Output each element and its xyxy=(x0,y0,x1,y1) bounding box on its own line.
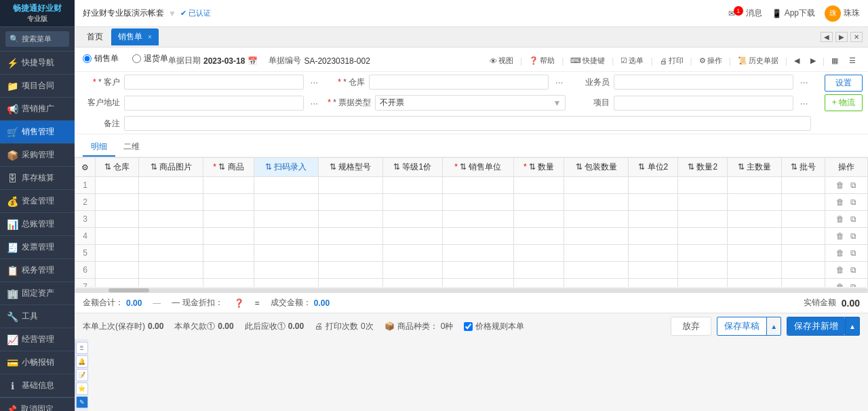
cell-quantity[interactable] xyxy=(513,177,564,194)
cell-warehouse[interactable] xyxy=(96,177,139,194)
row-delete-btn[interactable]: 🗑 xyxy=(834,231,846,241)
right-panel-icon-3[interactable]: 📝 xyxy=(76,369,88,381)
sidebar-item-marketing[interactable]: 📢 营销推广 xyxy=(0,98,75,121)
cell-unit2[interactable] xyxy=(629,245,678,262)
row-copy-btn[interactable]: ⧉ xyxy=(848,180,859,191)
salesman-input[interactable]: 选择... xyxy=(614,75,793,90)
cell-sales-unit[interactable] xyxy=(442,194,513,211)
cell-pack-qty[interactable] xyxy=(564,245,629,262)
calendar-icon[interactable]: 📅 xyxy=(248,56,258,66)
cell-barcode[interactable] xyxy=(254,228,318,245)
cell-unit2[interactable] xyxy=(629,279,678,288)
cell-pack-qty[interactable] xyxy=(564,228,629,245)
cell-product-img[interactable] xyxy=(139,279,203,288)
grid-view-btn[interactable]: ▦ xyxy=(827,55,842,66)
flow-button[interactable]: + 物流 xyxy=(825,94,863,111)
tab-prev-button[interactable]: ◀ xyxy=(821,32,833,42)
cell-spec[interactable] xyxy=(318,194,382,211)
cell-quantity[interactable] xyxy=(513,245,564,262)
address-input[interactable] xyxy=(124,96,304,111)
user-profile[interactable]: 珠 珠珠 xyxy=(825,5,860,22)
cell-qty2[interactable] xyxy=(678,245,728,262)
cell-quantity[interactable] xyxy=(513,194,564,211)
table-row[interactable]: 2 🗑 ⧉ xyxy=(75,194,868,211)
select-order-btn[interactable]: ☑ 选单 xyxy=(616,54,648,67)
cell-batch[interactable] xyxy=(781,194,825,211)
prev-doc-btn[interactable]: ◀ xyxy=(790,55,804,66)
save-draft-dropdown[interactable]: ▲ xyxy=(766,317,781,335)
cell-quantity[interactable] xyxy=(513,279,564,288)
cell-price1[interactable] xyxy=(382,245,442,262)
cell-spec[interactable] xyxy=(318,245,382,262)
cell-warehouse[interactable] xyxy=(96,228,139,245)
cell-product[interactable] xyxy=(203,245,254,262)
cell-main-qty[interactable] xyxy=(727,177,781,194)
save-draft-button[interactable]: 保存草稿 xyxy=(717,317,766,335)
next-doc-btn[interactable]: ▶ xyxy=(806,55,820,66)
history-btn[interactable]: 📜 历史单据 xyxy=(734,54,783,67)
cell-unit2[interactable] xyxy=(629,211,678,228)
search-menu-button[interactable]: 🔍 搜索菜单 xyxy=(5,31,69,47)
invoice-select[interactable]: 不开票 ▼ xyxy=(375,95,566,111)
cell-spec[interactable] xyxy=(318,228,382,245)
row-copy-btn[interactable]: ⧉ xyxy=(848,248,859,258)
app-download-button[interactable]: 📱 App下载 xyxy=(772,7,815,19)
cell-warehouse[interactable] xyxy=(96,211,139,228)
cell-main-qty[interactable] xyxy=(727,211,781,228)
cell-product[interactable] xyxy=(203,177,254,194)
cell-qty2[interactable] xyxy=(678,211,728,228)
scroll-thumb[interactable] xyxy=(108,288,149,292)
tab-sales-order[interactable]: 销售单 × xyxy=(111,28,159,45)
cell-unit2[interactable] xyxy=(629,262,678,279)
cell-unit2[interactable] xyxy=(629,228,678,245)
sidebar-item-quick-nav[interactable]: ⚡ 快捷导航 xyxy=(0,52,75,75)
sidebar-item-inventory[interactable]: 🗄 库存核算 xyxy=(0,167,75,190)
save-new-dropdown[interactable]: ▲ xyxy=(845,317,859,335)
row-copy-btn[interactable]: ⧉ xyxy=(848,214,859,224)
cell-pack-qty[interactable] xyxy=(564,279,629,288)
sidebar-item-purchase[interactable]: 📦 采购管理 xyxy=(0,144,75,167)
customer-dots-btn[interactable]: ··· xyxy=(308,77,321,87)
save-new-button[interactable]: 保存并新增 xyxy=(787,317,845,335)
cell-quantity[interactable] xyxy=(513,262,564,279)
row-copy-btn[interactable]: ⧉ xyxy=(848,231,859,241)
cell-product[interactable] xyxy=(203,262,254,279)
row-delete-btn[interactable]: 🗑 xyxy=(834,180,846,191)
project-dots-btn[interactable]: ··· xyxy=(797,98,811,109)
set-button[interactable]: 设置 xyxy=(825,75,863,92)
cell-warehouse[interactable] xyxy=(96,194,139,211)
sidebar-cancel-pin[interactable]: 📌 取消固定 xyxy=(0,398,75,411)
sidebar-item-reports[interactable]: 💳 小畅报销 xyxy=(0,351,75,374)
cell-batch[interactable] xyxy=(781,262,825,279)
question-help[interactable]: ❓ xyxy=(234,298,244,308)
tab-detail[interactable]: 明细 xyxy=(83,138,115,157)
row-delete-btn[interactable]: 🗑 xyxy=(834,265,846,275)
salesman-dots-btn[interactable]: ··· xyxy=(797,77,811,87)
cell-product[interactable] xyxy=(203,194,254,211)
table-row[interactable]: 4 🗑 ⧉ xyxy=(75,228,868,245)
cell-barcode[interactable] xyxy=(254,194,318,211)
sidebar-item-sales[interactable]: 🛒 销售管理 xyxy=(0,121,75,144)
scroll-hint[interactable] xyxy=(75,287,868,292)
address-dots-btn[interactable]: ··· xyxy=(308,98,321,109)
price-check-box[interactable] xyxy=(464,322,473,331)
project-input[interactable]: 选择... xyxy=(614,96,793,111)
cell-qty2[interactable] xyxy=(678,194,728,211)
radio-sales-order[interactable]: 销售单 xyxy=(83,53,119,64)
operate-btn[interactable]: ⚙ 操作 xyxy=(695,54,726,67)
cell-batch[interactable] xyxy=(781,279,825,288)
list-view-btn[interactable]: ☰ xyxy=(845,55,860,66)
cell-product-img[interactable] xyxy=(139,245,203,262)
cell-qty2[interactable] xyxy=(678,228,728,245)
cell-warehouse[interactable] xyxy=(96,262,139,279)
row-copy-btn[interactable]: ⧉ xyxy=(848,197,859,208)
cell-product-img[interactable] xyxy=(139,211,203,228)
tab-next-button[interactable]: ▶ xyxy=(835,32,848,42)
sidebar-item-tools[interactable]: 🔧 工具 xyxy=(0,305,75,328)
customer-input[interactable] xyxy=(124,75,304,90)
cell-main-qty[interactable] xyxy=(727,262,781,279)
cell-qty2[interactable] xyxy=(678,262,728,279)
help-btn[interactable]: ❓ 帮助 xyxy=(525,54,559,67)
sidebar-item-tax[interactable]: 📋 税务管理 xyxy=(0,259,75,282)
cell-warehouse[interactable] xyxy=(96,279,139,288)
